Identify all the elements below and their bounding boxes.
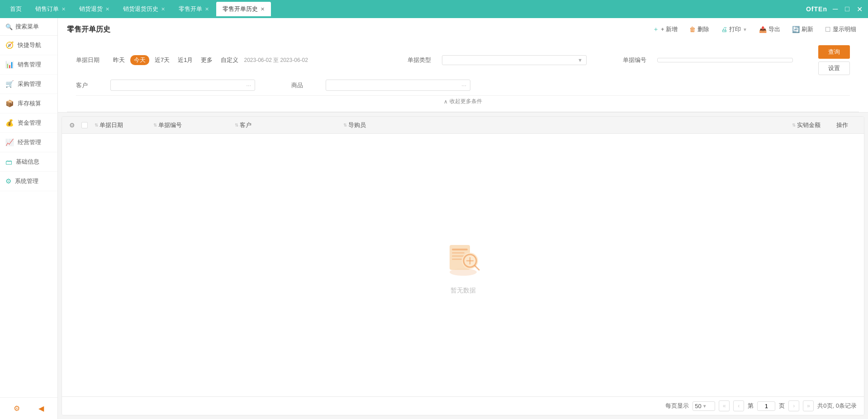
tab-retail-history[interactable]: 零售开单历史 ✕ xyxy=(216,2,271,16)
page-size-value: 50 xyxy=(695,403,701,410)
sort-icon-customer: ⇅ xyxy=(235,122,238,127)
sidebar-item-basic-info-label: 基础信息 xyxy=(16,158,39,166)
prev-page-button[interactable]: ‹ xyxy=(733,400,744,411)
sidebar-item-basic-info[interactable]: 🗃 基础信息 xyxy=(0,152,57,172)
tab-sales-order-close[interactable]: ✕ xyxy=(62,6,66,12)
display-button[interactable]: ☐ 显示明细 xyxy=(822,24,859,35)
tab-sales-order[interactable]: 销售订单 ✕ xyxy=(29,2,72,16)
export-icon: 📤 xyxy=(759,26,767,33)
col-date-label: 单据日期 xyxy=(100,121,123,129)
tab-sales-order-label: 销售订单 xyxy=(35,5,59,13)
sidebar-settings-icon[interactable]: ⚙ xyxy=(12,402,22,414)
col-header-date[interactable]: ⇅ 单据日期 xyxy=(91,121,150,129)
sidebar-collapse-icon[interactable]: ◀ xyxy=(37,402,46,414)
date-opt-today[interactable]: 今天 xyxy=(130,55,149,65)
tab-retail-open-close[interactable]: ✕ xyxy=(205,6,209,12)
operations-icon: 📈 xyxy=(5,138,14,146)
quick-nav-icon: 🧭 xyxy=(5,41,14,49)
type-filter-label: 单据类型 xyxy=(408,56,433,64)
tab-sales-return-history-close[interactable]: ✕ xyxy=(161,6,165,12)
page-title: 零售开单历史 xyxy=(67,25,110,34)
date-opt-yesterday[interactable]: 昨天 xyxy=(110,55,128,65)
sidebar-item-inventory[interactable]: 📦 库存核算 xyxy=(0,94,57,113)
sidebar-item-system-label: 系统管理 xyxy=(15,177,38,185)
tab-sales-return[interactable]: 销货退货 ✕ xyxy=(73,2,116,16)
top-bar: 首页 销售订单 ✕ 销货退货 ✕ 销货退货历史 ✕ 零售开单 ✕ 零售开单历史 … xyxy=(0,0,868,18)
col-header-num[interactable]: ⇅ 单据编号 xyxy=(150,121,231,129)
basic-info-icon: 🗃 xyxy=(5,158,12,166)
sidebar-item-purchase-mgmt[interactable]: 🛒 采购管理 xyxy=(0,75,57,94)
customer-filter-input[interactable]: ··· xyxy=(110,80,255,91)
date-opt-7days[interactable]: 近7天 xyxy=(152,55,172,65)
goods-dots: ··· xyxy=(461,82,466,89)
maximize-icon[interactable]: □ xyxy=(843,3,851,15)
sidebar-item-finance[interactable]: 💰 资金管理 xyxy=(0,113,57,133)
action-buttons: 查询 设置 xyxy=(818,45,850,75)
delete-button-label: 删除 xyxy=(697,25,709,33)
sidebar-item-sales-mgmt[interactable]: 📊 销售管理 xyxy=(0,55,57,75)
date-opt-more[interactable]: 更多 xyxy=(198,55,215,65)
purchase-mgmt-icon: 🛒 xyxy=(5,80,14,88)
query-button[interactable]: 查询 xyxy=(818,45,850,59)
next-page-button[interactable]: › xyxy=(788,400,799,411)
tab-sales-return-history[interactable]: 销货退货历史 ✕ xyxy=(117,2,171,16)
pagination: 每页显示 50 ▼ « ‹ 第 页 › » xyxy=(62,396,864,415)
date-opt-custom[interactable]: 自定义 xyxy=(218,55,241,65)
page-suffix: 页 xyxy=(779,402,785,410)
last-page-button[interactable]: » xyxy=(803,400,814,411)
tab-home-label: 首页 xyxy=(10,5,22,13)
add-button[interactable]: ＋ + 新增 xyxy=(650,24,680,35)
settings-button[interactable]: 设置 xyxy=(818,61,850,75)
page-number-input[interactable] xyxy=(757,401,775,411)
page-size-select[interactable]: 50 ▼ xyxy=(693,401,715,411)
delete-button[interactable]: 🗑 删除 xyxy=(687,24,712,35)
page-header: 零售开单历史 ＋ + 新增 🗑 删除 🖨 打印 ▼ xyxy=(58,18,868,113)
export-button[interactable]: 📤 导出 xyxy=(756,24,783,35)
table-header: ⚙ ⇅ 单据日期 ⇅ 单据编号 ⇅ 客户 ⇅ 导购员 xyxy=(62,117,864,134)
date-range-display: 2023-06-02 至 2023-06-02 xyxy=(244,56,308,64)
tab-home[interactable]: 首页 xyxy=(4,2,28,16)
main-layout: 🔍 搜索菜单 🧭 快捷导航 📊 销售管理 🛒 采购管理 📦 库存核算 💰 资金管… xyxy=(0,18,868,419)
table-header-checkbox[interactable] xyxy=(78,122,91,128)
print-arrow-icon: ▼ xyxy=(743,27,747,32)
close-icon[interactable]: ✕ xyxy=(855,3,864,15)
num-filter-input[interactable] xyxy=(657,58,793,62)
type-filter-select[interactable]: ▼ xyxy=(442,55,587,65)
tab-retail-history-close[interactable]: ✕ xyxy=(261,6,265,12)
sidebar-item-quick-nav[interactable]: 🧭 快捷导航 xyxy=(0,36,57,55)
print-button[interactable]: 🖨 打印 ▼ xyxy=(718,24,750,35)
print-button-label: 打印 xyxy=(729,25,741,33)
tab-sales-return-close[interactable]: ✕ xyxy=(105,6,109,12)
date-filter-label: 单据日期 xyxy=(76,56,101,64)
col-header-customer[interactable]: ⇅ 客户 xyxy=(231,121,340,129)
display-button-label: 显示明细 xyxy=(833,25,856,33)
date-opt-1month[interactable]: 近1月 xyxy=(175,55,195,65)
sidebar-item-sales-mgmt-label: 销售管理 xyxy=(18,61,41,69)
select-all-checkbox[interactable] xyxy=(81,122,88,128)
svg-line-8 xyxy=(475,266,479,270)
refresh-button[interactable]: 🔄 刷新 xyxy=(789,24,816,35)
sidebar-search[interactable]: 🔍 搜索菜单 xyxy=(0,18,57,36)
first-page-button[interactable]: « xyxy=(719,400,730,411)
col-header-amount[interactable]: ⇅ 实销金额 xyxy=(770,121,824,129)
sales-mgmt-icon: 📊 xyxy=(5,61,14,69)
tab-retail-history-label: 零售开单历史 xyxy=(223,5,258,13)
per-page-label: 每页显示 xyxy=(665,402,689,410)
goods-filter-input[interactable]: ··· xyxy=(326,80,470,91)
col-header-guide[interactable]: ⇅ 导购员 xyxy=(340,121,394,129)
page-label: 第 xyxy=(748,402,754,410)
tab-retail-open[interactable]: 零售开单 ✕ xyxy=(172,2,215,16)
sidebar-item-system[interactable]: ⚙ 系统管理 xyxy=(0,172,57,191)
col-num-label: 单据编号 xyxy=(158,121,182,129)
col-guide-label: 导购员 xyxy=(348,121,366,129)
refresh-button-label: 刷新 xyxy=(802,25,813,33)
table-container: ⚙ ⇅ 单据日期 ⇅ 单据编号 ⇅ 客户 ⇅ 导购员 xyxy=(62,116,864,415)
minimize-icon[interactable]: ─ xyxy=(831,3,840,15)
collapse-bar[interactable]: ∧ 收起更多条件 xyxy=(76,95,850,107)
sidebar-item-operations[interactable]: 📈 经营管理 xyxy=(0,133,57,152)
pagination-summary: 共0页, 0条记录 xyxy=(817,402,857,410)
add-icon: ＋ xyxy=(653,25,659,33)
sidebar-item-operations-label: 经营管理 xyxy=(18,138,41,146)
col-action-label: 操作 xyxy=(836,121,848,129)
table-settings-icon[interactable]: ⚙ xyxy=(66,122,78,129)
